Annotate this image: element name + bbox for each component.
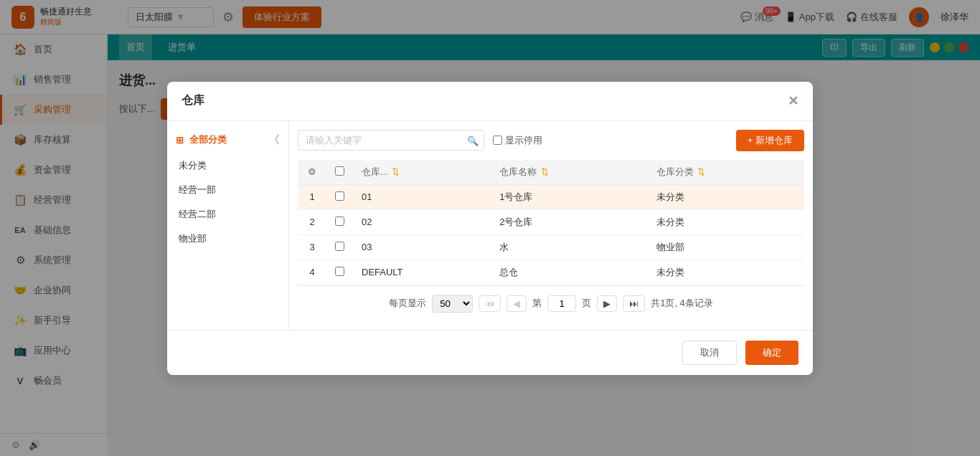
show-disabled-label[interactable]: 显示停用 <box>493 134 542 141</box>
search-icon: 🔍 <box>467 135 479 141</box>
dialog-header: 仓库 ✕ <box>167 82 813 121</box>
modal-overlay: 仓库 ✕ ⊞ 全部分类 《 未分类 经营一部 经营二部 物业部 <box>0 0 980 141</box>
warehouse-dialog: 仓库 ✕ ⊞ 全部分类 《 未分类 经营一部 经营二部 物业部 <box>167 82 813 141</box>
dialog-body: ⊞ 全部分类 《 未分类 经营一部 经营二部 物业部 🔍 <box>167 121 813 141</box>
show-disabled-checkbox[interactable] <box>493 136 502 141</box>
all-category-label[interactable]: 全部分类 <box>189 133 227 141</box>
search-input-wrap: 🔍 <box>298 130 484 141</box>
dialog-close-button[interactable]: ✕ <box>788 93 798 109</box>
search-input[interactable] <box>298 130 484 141</box>
collapse-button[interactable]: 《 <box>268 133 280 141</box>
search-bar: 🔍 显示停用 + 新增仓库 <box>298 130 804 141</box>
grid-icon: ⊞ <box>176 135 184 141</box>
category-panel: ⊞ 全部分类 《 未分类 经营一部 经营二部 物业部 <box>167 121 289 141</box>
dialog-title: 仓库 <box>182 93 204 108</box>
table-panel: 🔍 显示停用 + 新增仓库 ⚙ <box>289 121 813 141</box>
category-header: ⊞ 全部分类 《 <box>167 127 288 141</box>
new-warehouse-button[interactable]: + 新增仓库 <box>736 130 804 141</box>
